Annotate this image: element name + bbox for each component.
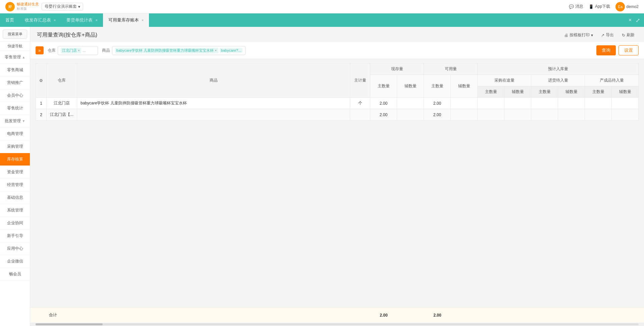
sidebar-search-area: 搜索菜单 [0,27,30,42]
orders-tab-close[interactable]: × [95,18,97,22]
sidebar-item-system[interactable]: 系统管理 [0,204,30,217]
row1-production-main [585,98,612,109]
warehouse-filter-input[interactable]: 江北门店 × ... [58,46,98,55]
row2-incoming-main [531,109,558,121]
product-tag-1-close[interactable]: × [215,48,217,52]
row1-warehouse: 江北门店 [47,98,77,109]
table-footer: 合计 2.00 2.00 [30,307,644,323]
top-bar: 好 畅捷通好生意 标准版 母婴行业演示账套 ▾ 💬 消息 📱 App下载 Ea … [0,0,644,13]
enterprise-wx-label: 企业微信 [7,259,23,264]
warehouse-filter-group: 仓库 江北门店 × ... [48,46,98,55]
maximize-button[interactable]: ⤢ [634,16,641,25]
sidebar-item-retail-mall[interactable]: 零售商城 [0,64,30,77]
refresh-button[interactable]: ↻ 刷新 [619,31,637,39]
th-stock-main: 主数量 [370,75,397,98]
sidebar-item-operation[interactable]: 经营管理 [0,179,30,191]
sidebar-item-purchase[interactable]: 采购管理 [0,140,30,153]
app-download-button[interactable]: 📱 App下载 [589,4,610,9]
download-icon: 📱 [589,4,594,9]
query-button[interactable]: 查询 [596,45,616,55]
page-header: 可用量查询(按仓库+商品) 🖨 按模板打印 ▾ ↗ 导出 ↻ 刷新 [30,27,644,42]
search-menu-button[interactable]: 搜索菜单 [3,30,27,39]
warehouse-tag: 江北门店 × [61,48,81,53]
product-tag-1: babycare学饮杯 儿童防摔防撞吸管杯重力球吸嘴杯宝宝水杯 × [115,48,218,53]
sidebar-item-apps[interactable]: 应用中心 [0,242,30,255]
receipts-tab-close[interactable]: × [54,18,56,22]
avatar: Ea [615,2,625,11]
sidebar-item-wholesale[interactable]: 批发管理 ▼ [0,115,30,128]
nav-tabs-actions: × ⤢ [625,13,644,27]
chevron-icon: ▲ [22,55,25,59]
tab-receipts[interactable]: 收发存汇总表 × [19,13,61,27]
orders-tab-label: 要货单统计表 [66,17,93,23]
available-tab-label: 可用量库存账本 [108,17,139,23]
tab-orders[interactable]: 要货单统计表 × [61,13,103,27]
industry-selector[interactable]: 母婴行业演示账套 ▾ [42,3,83,10]
settings-button[interactable]: 设置 [619,45,639,55]
ecommerce-label: 电商管理 [7,131,23,137]
close-all-tabs-button[interactable]: × [627,16,633,25]
th-warehouse: 仓库 [47,63,77,98]
warehouse-dots[interactable]: ... [83,48,86,53]
sidebar-item-finance[interactable]: 资金管理 [0,166,30,179]
sidebar-item-enterprise-wx[interactable]: 企业微信 [0,255,30,268]
row1-unit: 个 [350,98,370,109]
table-header-row-1: ⚙ 仓库 商品 主计量 现存量 可用量 预计入库量 [36,63,639,75]
retail-mgmt-label: 零售管理 [5,54,21,60]
sidebar-item-enterprise[interactable]: 企业协同 [0,217,30,230]
printer-icon: 🖨 [564,33,568,38]
sidebar-item-member[interactable]: 会员中心 [0,89,30,102]
row2-stock-main: 2.00 [370,109,397,121]
product-tag-2-text: babycare?... [221,48,241,52]
filter-expand-button[interactable]: » [36,46,44,54]
avatar-text: Ea [618,5,623,9]
footer-avail-main: 2.00 [424,310,451,320]
th-purchase-main: 主数量 [478,86,504,98]
tab-home[interactable]: 首页 [0,13,19,27]
warehouse-tag-close[interactable]: × [78,48,80,52]
row2-unit [350,109,370,121]
quick-nav-button[interactable]: 快捷导航 [0,42,30,51]
table-row: 1 江北门店 babycare学饮杯 儿童防摔防撞吸管杯重力球吸嘴杯宝宝水杯 个… [36,98,639,109]
home-tab-label: 首页 [5,17,14,23]
sidebar-item-ecommerce[interactable]: 电商管理 [0,128,30,140]
warehouse-filter-label: 仓库 [48,48,56,53]
tab-available[interactable]: 可用量库存账本 × [103,13,149,27]
footer-incoming-aux [558,310,585,320]
product-filter-input[interactable]: babycare学饮杯 儿童防摔防撞吸管杯重力球吸嘴杯宝宝水杯 × babyca… [112,46,246,55]
sidebar-item-newbie[interactable]: 新手引导 [0,230,30,242]
scroll-thumb[interactable] [36,323,103,325]
row1-product: babycare学饮杯 儿童防摔防撞吸管杯重力球吸嘴杯宝宝水杯 [77,98,350,109]
product-filter-group: 商品 babycare学饮杯 儿童防摔防撞吸管杯重力球吸嘴杯宝宝水杯 × bab… [102,46,246,55]
sidebar-item-retail-mgmt[interactable]: 零售管理 ▲ [0,51,30,64]
th-incoming: 进货待入量 [531,75,585,86]
export-button[interactable]: ↗ 导出 [598,31,616,39]
row1-purchase-main [478,98,504,109]
sidebar-item-vip[interactable]: 畅会员 [0,268,30,281]
chevron-icon-2: ▼ [22,119,25,123]
user-menu[interactable]: Ea demo2 [615,2,639,11]
table-row: 2 江北门店【... 2.00 2.00 [36,109,639,121]
receipts-tab-label: 收发存汇总表 [25,17,51,23]
sidebar-item-marketing[interactable]: 营销推广 [0,77,30,89]
sidebar-item-retail-stats[interactable]: 零售统计 [0,102,30,115]
download-label: App下载 [595,4,610,9]
print-button[interactable]: 🖨 按模板打印 ▾ [561,31,596,39]
row1-incoming-aux [558,98,585,109]
sidebar-item-basic[interactable]: 基础信息 [0,191,30,204]
horizontal-scrollbar[interactable] [30,323,644,326]
available-tab-close[interactable]: × [142,18,144,22]
footer-row: 合计 2.00 2.00 [36,310,639,320]
member-label: 会员中心 [7,93,23,98]
nav-tabs: 首页 收发存汇总表 × 要货单统计表 × 可用量库存账本 × × ⤢ [0,13,644,27]
footer-production-aux [612,310,639,320]
footer-spacer [36,310,46,320]
row2-purchase-aux [504,109,531,121]
th-stock-aux: 辅数量 [397,75,424,98]
page-actions: 🖨 按模板打印 ▾ ↗ 导出 ↻ 刷新 [561,31,637,39]
chevron-down-icon: ▾ [78,4,80,9]
row1-avail-aux [451,98,478,109]
message-button[interactable]: 💬 消息 [569,4,583,9]
retail-stats-label: 零售统计 [7,105,23,111]
sidebar-item-inventory[interactable]: 库存核算 [0,153,30,166]
